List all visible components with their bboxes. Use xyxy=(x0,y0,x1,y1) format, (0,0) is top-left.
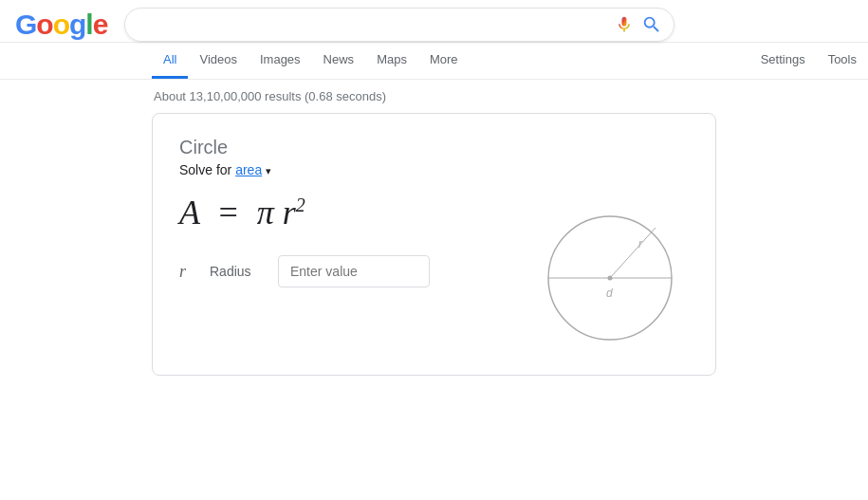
tab-tools[interactable]: Tools xyxy=(817,43,868,79)
results-info: About 13,10,00,000 results (0.68 seconds… xyxy=(0,80,868,113)
search-input[interactable]: how do you calculate the area of a circl… xyxy=(137,16,615,33)
tab-videos[interactable]: Videos xyxy=(188,43,249,79)
svg-text:r: r xyxy=(638,237,643,250)
card-left: A = π r2 r Radius xyxy=(179,193,513,287)
search-bar-area: how do you calculate the area of a circl… xyxy=(124,8,841,42)
tab-settings[interactable]: Settings xyxy=(749,43,817,79)
search-icon[interactable] xyxy=(641,14,662,35)
nav-bar: All Videos Images News Maps More Setting… xyxy=(0,43,868,80)
card-inner: A = π r2 r Radius xyxy=(179,193,689,352)
calc-title: Circle xyxy=(179,137,689,158)
radius-input[interactable] xyxy=(278,255,430,287)
tab-more[interactable]: More xyxy=(418,43,470,79)
main-content: Circle Solve for area ▾ A = π r2 r Radiu… xyxy=(0,113,868,376)
svg-point-3 xyxy=(608,276,613,281)
formula-area: A = π r2 xyxy=(179,193,513,232)
search-box-wrapper: how do you calculate the area of a circl… xyxy=(124,8,674,42)
search-icons xyxy=(615,14,662,35)
tab-maps[interactable]: Maps xyxy=(365,43,418,79)
formula-display: A = π r2 xyxy=(179,193,305,232)
nav-tabs: All Videos Images News Maps More Setting… xyxy=(0,43,868,79)
microphone-icon[interactable] xyxy=(615,15,634,34)
tab-news[interactable]: News xyxy=(312,43,366,79)
dropdown-arrow[interactable]: ▾ xyxy=(266,165,271,176)
svg-text:d: d xyxy=(606,287,613,300)
tab-images[interactable]: Images xyxy=(249,43,312,79)
nav-right: Settings Tools xyxy=(749,43,868,79)
circle-diagram: r d xyxy=(532,202,689,352)
radius-label: Radius xyxy=(210,264,267,279)
google-logo: Google xyxy=(15,9,107,41)
input-row: r Radius xyxy=(179,255,513,287)
solve-for-link[interactable]: area xyxy=(235,162,262,177)
radius-var: r xyxy=(179,262,198,282)
svg-line-2 xyxy=(610,228,656,278)
solve-for: Solve for area ▾ xyxy=(179,162,689,177)
calculator-card: Circle Solve for area ▾ A = π r2 r Radiu… xyxy=(152,113,716,376)
tab-all[interactable]: All xyxy=(152,43,188,79)
